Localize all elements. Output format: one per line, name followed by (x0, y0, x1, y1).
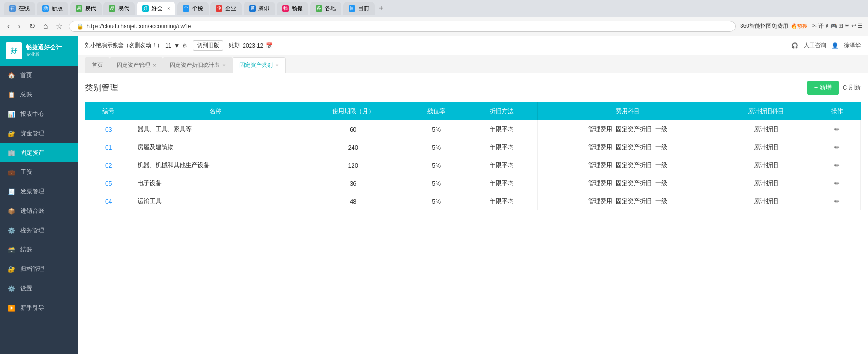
reload-button[interactable]: ↻ (27, 20, 37, 32)
col-header-action: 操作 (814, 102, 860, 120)
row-4-method: 年限平均 (466, 174, 537, 192)
sidebar-logo: 好 畅捷通好会计 专业版 (0, 36, 78, 66)
home-button[interactable]: ⌂ (42, 20, 50, 32)
sidebar-item-invoice[interactable]: 🧾 发票管理 (0, 182, 78, 201)
tab-2-icon: 新 (42, 5, 49, 12)
sidebar-item-funds[interactable]: 🔐 资金管理 (0, 124, 78, 143)
content-area: 刘小艳演示账套（勿删勿动！） 11 ▼ ⚙ 切到旧版 账期 2023-12 📅 … (78, 36, 868, 354)
category-table: 编号 名称 使用期限（月） 残值率 折旧方法 费用科目 累计折旧科目 操作 03… (85, 102, 861, 210)
browser-tab-9[interactable]: 畅 畅提 (277, 2, 308, 15)
browser-tab-6[interactable]: 个 个税 (177, 2, 209, 15)
settings-gear-icon[interactable]: ⚙ (182, 42, 187, 49)
row-3-action[interactable]: ✏ (814, 156, 860, 174)
page-tab-assets-mgmt-close[interactable]: × (153, 62, 156, 69)
page-tab-assets-mgmt[interactable]: 固定资产管理 × (110, 57, 163, 73)
guide-icon: ▶️ (7, 304, 16, 312)
sidebar-item-salary[interactable]: 💼 工资 (0, 162, 78, 182)
row-1-action[interactable]: ✏ (814, 120, 860, 138)
page-tab-depreciation[interactable]: 固定资产折旧统计表 × (163, 57, 233, 73)
row-3-code: 02 (85, 156, 132, 174)
page-tab-depreciation-close[interactable]: × (222, 62, 226, 69)
browser-tab-8[interactable]: 腾 腾讯 (244, 2, 275, 15)
browser-tab-2[interactable]: 新 新版 (37, 2, 68, 15)
tab-8-icon: 腾 (249, 5, 256, 12)
row-3-method: 年限平均 (466, 156, 537, 174)
sidebar-item-home[interactable]: 🏠 首页 (0, 66, 78, 85)
browser-tab-1[interactable]: 在 在线 (4, 2, 35, 15)
dropdown-icon[interactable]: ▼ (174, 42, 180, 49)
sidebar-item-closing[interactable]: 🗃️ 结账 (0, 240, 78, 259)
table-row: 04 运输工具 48 5% 年限平均 管理费用_固定资产折旧_一级 累计折旧 ✏ (85, 192, 861, 210)
period-label: 账期 (229, 42, 240, 49)
tab-7-icon: 企 (216, 5, 222, 12)
back-button[interactable]: ‹ (6, 20, 12, 32)
user-avatar-icon: 👤 (832, 42, 838, 49)
sidebar-item-assets[interactable]: 🏢 固定资产 (0, 143, 78, 162)
app-header: 刘小艳演示账套（勿删勿动！） 11 ▼ ⚙ 切到旧版 账期 2023-12 📅 … (78, 36, 868, 55)
col-header-accumulated: 累计折旧科目 (718, 102, 814, 120)
table-row: 01 房屋及建筑物 240 5% 年限平均 管理费用_固定资产折旧_一级 累计折… (85, 138, 861, 156)
sidebar-item-stock[interactable]: 📦 进销台账 (0, 201, 78, 221)
period-info: 账期 2023-12 📅 (229, 42, 273, 49)
sidebar-item-closing-label: 结账 (20, 246, 32, 254)
row-5-code: 04 (85, 192, 132, 210)
page-tab-category-label: 固定资产类别 (239, 61, 273, 69)
row-3-residual: 5% (407, 156, 466, 174)
row-5-edit-btn[interactable]: ✏ (834, 198, 840, 205)
row-2-months: 240 (299, 138, 407, 156)
row-4-action[interactable]: ✏ (814, 174, 860, 192)
page-tab-home[interactable]: 首页 (85, 57, 110, 73)
row-1-edit-btn[interactable]: ✏ (834, 126, 840, 133)
tab-10-icon: 各 (316, 5, 322, 12)
row-1-accumulated: 累计折旧 (718, 120, 814, 138)
assets-icon: 🏢 (7, 149, 16, 157)
row-5-action[interactable]: ✏ (814, 192, 860, 210)
browser-tab-7[interactable]: 企 企业 (210, 2, 242, 15)
tab-1-label: 在线 (18, 5, 30, 12)
row-4-expense: 管理费用_固定资产折旧_一级 (537, 174, 718, 192)
row-3-edit-btn[interactable]: ✏ (834, 162, 840, 169)
switch-to-old-btn[interactable]: 切到旧版 (193, 40, 223, 51)
bookmark-button[interactable]: ☆ (54, 20, 64, 32)
sidebar-item-archive[interactable]: 🔐 归档管理 (0, 259, 78, 279)
row-2-edit-btn[interactable]: ✏ (834, 144, 840, 151)
funds-icon: 🔐 (7, 129, 16, 138)
tab-5-close[interactable]: × (167, 6, 170, 11)
page-tab-category[interactable]: 固定资产类别 × (233, 57, 286, 73)
url-bar[interactable]: 🔒 https://cloud.chanjet.com/accounting/u… (69, 21, 736, 32)
tab-7-label: 企业 (225, 5, 236, 12)
page-tab-category-close[interactable]: × (275, 62, 279, 69)
calendar-icon[interactable]: 📅 (266, 42, 273, 49)
sidebar-item-guide-label: 新手引导 (20, 304, 44, 312)
sidebar-item-ledger[interactable]: 📋 总账 (0, 85, 78, 104)
forward-button[interactable]: › (16, 20, 22, 32)
sidebar-item-reports[interactable]: 📊 报表中心 (0, 104, 78, 124)
sidebar-item-salary-label: 工资 (20, 168, 32, 176)
browser-tab-5[interactable]: 好 好会 × (137, 2, 175, 15)
invoice-icon: 🧾 (7, 187, 16, 196)
browser-tab-10[interactable]: 各 各地 (310, 2, 341, 15)
account-count: 11 (165, 42, 171, 49)
add-button[interactable]: + 新增 (807, 81, 839, 95)
consult-label[interactable]: 人工咨询 (804, 42, 826, 49)
table-row: 05 电子设备 36 5% 年限平均 管理费用_固定资产折旧_一级 累计折旧 ✏ (85, 174, 861, 192)
col-header-name: 名称 (132, 102, 299, 120)
refresh-button[interactable]: C 刷新 (843, 84, 861, 92)
row-3-accumulated: 累计折旧 (718, 156, 814, 174)
tab-6-label: 个税 (192, 5, 203, 12)
table-row: 02 机器、机械和其他生产设备 120 5% 年限平均 管理费用_固定资产折旧_… (85, 156, 861, 174)
sidebar-item-settings[interactable]: ⚙️ 设置 (0, 279, 78, 298)
browser-tab-11[interactable]: 目 目前 (343, 2, 375, 15)
sidebar-item-guide[interactable]: ▶️ 新手引导 (0, 298, 78, 318)
tab-1-icon: 在 (9, 5, 16, 12)
browser-tab-4[interactable]: 易 易代 (103, 2, 135, 15)
row-2-action[interactable]: ✏ (814, 138, 860, 156)
sidebar-item-settings-label: 设置 (20, 284, 32, 293)
browser-tab-3[interactable]: 易 易代 (70, 2, 102, 15)
tab-4-icon: 易 (109, 5, 115, 12)
row-4-edit-btn[interactable]: ✏ (834, 180, 840, 187)
logo-icon: 好 (6, 42, 22, 59)
new-tab-button[interactable]: + (377, 4, 385, 13)
row-5-expense: 管理费用_固定资产折旧_一级 (537, 192, 718, 210)
sidebar-item-tax[interactable]: ⚙️ 税务管理 (0, 221, 78, 240)
